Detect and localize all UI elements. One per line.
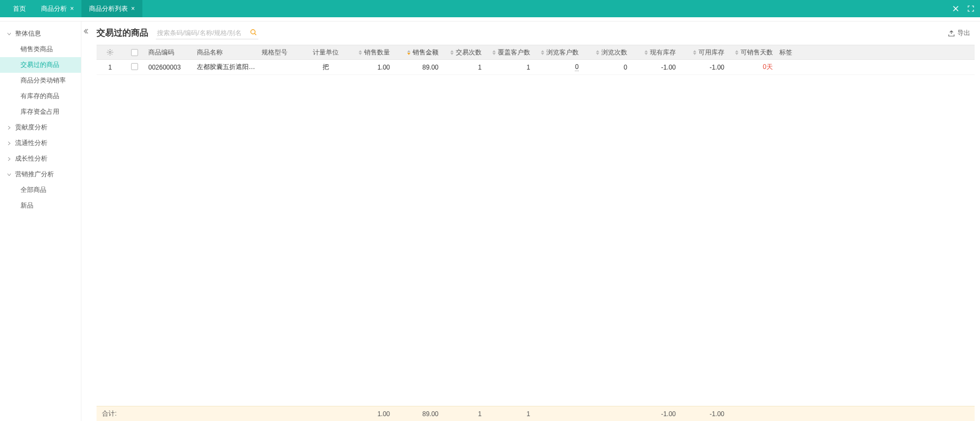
sidebar-group-label: 营销推广分析 <box>15 170 54 179</box>
sidebar-item-stock-capital[interactable]: 库存资金占用 <box>0 104 81 120</box>
th-sale-amt[interactable]: 销售金额 <box>393 48 442 57</box>
sidebar-group-label: 贡献度分析 <box>15 123 47 132</box>
chevron-right-icon <box>6 157 12 161</box>
search-icon[interactable] <box>250 29 257 36</box>
fullscreen-icon[interactable] <box>966 4 976 13</box>
th-code[interactable]: 商品编码 <box>145 48 194 57</box>
sidebar-group-marketing: 营销推广分析 全部商品 新品 <box>0 167 81 213</box>
td-sale-amt: 89.00 <box>393 64 442 71</box>
close-icon[interactable]: × <box>131 5 135 12</box>
table-body: 1 002600003 左都胶囊五折遮阳伞防晒伞; 把 1.00 89.00 1… <box>97 60 975 406</box>
tab-label: 商品分析列表 <box>89 4 128 13</box>
th-view-cust[interactable]: 浏览客户数 <box>533 48 582 57</box>
footer-sale-qty: 1.00 <box>345 410 393 418</box>
sidebar-group-growth: 成长性分析 <box>0 151 81 167</box>
th-checkbox[interactable] <box>124 49 145 56</box>
chevron-right-icon <box>6 141 12 146</box>
sidebar-group-header[interactable]: 流通性分析 <box>0 135 81 151</box>
th-tag[interactable]: 标签 <box>776 48 975 57</box>
td-code: 002600003 <box>145 64 194 71</box>
td-view-cust: 0 <box>533 63 582 71</box>
svg-point-0 <box>251 30 255 34</box>
th-gear[interactable] <box>97 49 124 56</box>
tab-label: 商品分析 <box>41 4 67 13</box>
table-row[interactable]: 1 002600003 左都胶囊五折遮阳伞防晒伞; 把 1.00 89.00 1… <box>97 60 975 75</box>
close-all-icon[interactable] <box>951 4 961 13</box>
sidebar-group-label: 整体信息 <box>15 29 41 38</box>
th-spec[interactable]: 规格型号 <box>258 48 307 57</box>
sidebar-group-contribution: 贡献度分析 <box>0 120 81 135</box>
sidebar-item-category-turnover[interactable]: 商品分类动销率 <box>0 73 81 88</box>
footer-label: 合计: <box>97 409 124 418</box>
tab-product-analysis[interactable]: 商品分析 × <box>33 0 81 17</box>
export-label: 导出 <box>957 29 970 38</box>
svg-point-1 <box>109 51 111 53</box>
table: 商品编码 商品名称 规格型号 计量单位 销售数量 销售金额 交易次数 覆盖客户数… <box>81 45 975 421</box>
tab-bar: 首页 商品分析 × 商品分析列表 × <box>0 0 980 17</box>
th-avail[interactable]: 可用库存 <box>679 48 728 57</box>
th-name[interactable]: 商品名称 <box>194 48 258 57</box>
th-stock[interactable]: 现有库存 <box>631 48 679 57</box>
footer-customers: 1 <box>485 410 533 418</box>
th-unit[interactable]: 计量单位 <box>307 48 345 57</box>
chevron-down-icon <box>6 172 12 177</box>
sidebar-group-header[interactable]: 整体信息 <box>0 26 81 42</box>
th-views[interactable]: 浏览次数 <box>582 48 631 57</box>
td-name: 左都胶囊五折遮阳伞防晒伞; <box>194 63 258 72</box>
td-views: 0 <box>582 64 631 71</box>
th-trades[interactable]: 交易次数 <box>442 48 485 57</box>
tabbar-right <box>951 0 980 17</box>
collapse-sidebar-button[interactable] <box>80 25 91 38</box>
export-button[interactable]: 导出 <box>948 29 970 38</box>
close-icon[interactable]: × <box>70 5 74 12</box>
body: 整体信息 销售类商品 交易过的商品 商品分类动销率 有库存的商品 库存资金占用 … <box>0 22 980 421</box>
sidebar-group-header[interactable]: 营销推广分析 <box>0 167 81 182</box>
sidebar-item-all-products[interactable]: 全部商品 <box>0 182 81 198</box>
chevron-down-icon <box>6 32 12 36</box>
th-days[interactable]: 可销售天数 <box>728 48 776 57</box>
table-header: 商品编码 商品名称 规格型号 计量单位 销售数量 销售金额 交易次数 覆盖客户数… <box>97 45 975 60</box>
td-unit: 把 <box>307 63 345 72</box>
sidebar-item-traded-products[interactable]: 交易过的商品 <box>0 57 81 73</box>
footer-avail: -1.00 <box>679 410 728 418</box>
search-field-wrap <box>156 27 258 39</box>
td-idx: 1 <box>97 64 124 71</box>
footer-trades: 1 <box>442 410 485 418</box>
app-root: 首页 商品分析 × 商品分析列表 × <box>0 0 980 421</box>
sidebar-item-new-products[interactable]: 新品 <box>0 198 81 213</box>
td-stock: -1.00 <box>631 64 679 71</box>
footer-sale-amt: 89.00 <box>393 410 442 418</box>
sidebar-group-label: 流通性分析 <box>15 139 47 148</box>
checkbox-icon <box>131 49 138 56</box>
tab-product-analysis-list[interactable]: 商品分析列表 × <box>81 0 142 17</box>
table-footer: 合计: 1.00 89.00 1 1 -1.00 -1.00 <box>97 406 975 421</box>
th-customers[interactable]: 覆盖客户数 <box>485 48 533 57</box>
sidebar-group-liquidity: 流通性分析 <box>0 135 81 151</box>
sidebar-group-label: 成长性分析 <box>15 154 47 163</box>
page-title: 交易过的商品 <box>97 27 148 39</box>
checkbox-icon <box>131 63 138 70</box>
sidebar: 整体信息 销售类商品 交易过的商品 商品分类动销率 有库存的商品 库存资金占用 … <box>0 22 81 421</box>
footer-stock: -1.00 <box>631 410 679 418</box>
sidebar-item-instock-products[interactable]: 有库存的商品 <box>0 88 81 104</box>
tab-home[interactable]: 首页 <box>5 0 33 17</box>
td-customers: 1 <box>485 64 533 71</box>
sidebar-group-header[interactable]: 成长性分析 <box>0 151 81 167</box>
td-trades: 1 <box>442 64 485 71</box>
sidebar-item-sales-products[interactable]: 销售类商品 <box>0 42 81 57</box>
search-input[interactable] <box>156 27 258 39</box>
sidebar-group-header[interactable]: 贡献度分析 <box>0 120 81 135</box>
td-days: 0天 <box>728 63 776 72</box>
sidebar-group-overview: 整体信息 销售类商品 交易过的商品 商品分类动销率 有库存的商品 库存资金占用 <box>0 26 81 120</box>
td-checkbox[interactable] <box>124 63 145 72</box>
top-separator <box>0 17 980 22</box>
page-header: 交易过的商品 导出 <box>81 25 975 45</box>
gear-icon <box>106 49 114 56</box>
th-sale-qty[interactable]: 销售数量 <box>345 48 393 57</box>
tab-label: 首页 <box>13 4 26 13</box>
td-sale-qty: 1.00 <box>345 64 393 71</box>
chevron-right-icon <box>6 126 12 130</box>
td-avail: -1.00 <box>679 64 728 71</box>
main: 交易过的商品 导出 <box>81 22 980 421</box>
